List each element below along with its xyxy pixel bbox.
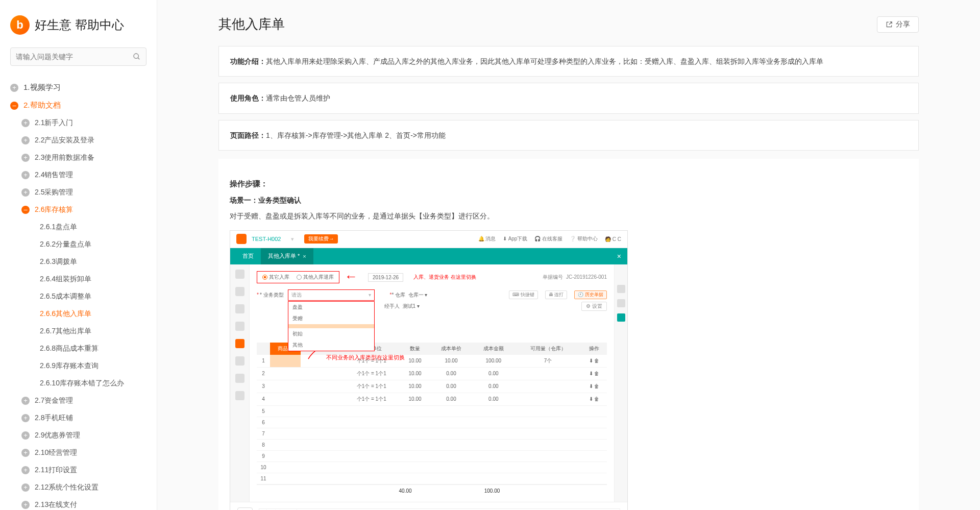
plus-icon: +	[21, 119, 30, 127]
plus-icon: +	[21, 414, 30, 422]
remark-label-icon: 📄备注信息	[237, 507, 253, 510]
anno-arrow-icon: ←	[345, 269, 358, 284]
search-box[interactable]	[10, 47, 146, 66]
plus-icon: +	[21, 154, 30, 162]
app-logo-icon	[236, 234, 247, 244]
nav-2-9[interactable]: +2.9优惠券管理	[10, 427, 146, 444]
nav-2-6-8[interactable]: 2.6.8商品成本重算	[10, 340, 146, 357]
chip-shortcut: ⌨ 快捷键	[509, 290, 538, 299]
tab-home: 首页	[235, 248, 261, 264]
top-msg: 🔔 消息	[478, 235, 496, 242]
rail-icon-active	[235, 339, 244, 348]
rail-icon	[235, 304, 244, 313]
rail-icon	[235, 391, 244, 400]
nav-help-docs[interactable]: –2.帮助文档	[10, 96, 146, 114]
steps-heading: 操作步骤：	[230, 179, 919, 189]
renew-pill: 我要续费→	[304, 234, 338, 244]
nav-2-6-1[interactable]: 2.6.1盘点单	[10, 218, 146, 236]
nav-2-6-4[interactable]: 2.6.4组装拆卸单	[10, 271, 146, 288]
nav-video-learning[interactable]: +1.视频学习	[10, 79, 146, 96]
logo: b 好生意 帮助中心	[10, 15, 146, 35]
plus-icon: +	[21, 501, 30, 509]
rail-right-icon	[617, 285, 625, 293]
nav-2-7[interactable]: +2.7资金管理	[10, 392, 146, 409]
plus-icon: +	[21, 449, 30, 457]
top-service: 🎧 在线客服	[534, 235, 562, 242]
main-content: 其他入库单 分享 功能介绍：其他入库单用来处理除采购入库、产成品入库之外的其他入…	[157, 0, 980, 510]
info-role: 使用角色：通常由仓管人员维护	[218, 83, 919, 113]
nav-2-6-3[interactable]: 2.6.3调拨单	[10, 253, 146, 271]
nav-2-6[interactable]: –2.6库存核算	[10, 201, 146, 218]
rail-icon	[235, 322, 244, 331]
plus-icon: +	[21, 188, 30, 197]
tab-doc: 其他入库单 *×	[261, 248, 313, 264]
sidebar: b 好生意 帮助中心 +1.视频学习 –2.帮助文档 +2.1新手入门 +2.2…	[0, 0, 157, 510]
nav-tree: +1.视频学习 –2.帮助文档 +2.1新手入门 +2.2产品安装及登录 +2.…	[10, 79, 146, 510]
rail-right-icon	[617, 313, 625, 322]
test-code: TEST-H002	[252, 236, 281, 242]
rail-icon	[235, 356, 244, 366]
scene1-desc: 对于受赠、盘盈或是拆装入库等不同的业务，是通过单据头【业务类型】进行区分。	[230, 209, 919, 223]
info-function: 功能介绍：其他入库单用来处理除采购入库、产成品入库之外的其他入库业务，因此其他入…	[218, 46, 919, 77]
logo-text: 好生意 帮助中心	[35, 17, 124, 33]
plus-icon: +	[21, 466, 30, 474]
rail-icon	[235, 374, 244, 383]
nav-2-10[interactable]: +2.10经营管理	[10, 444, 146, 462]
nav-2-12[interactable]: +2.12系统个性化设置	[10, 479, 146, 496]
scene1-title: 场景一：业务类型确认	[230, 196, 919, 205]
nav-2-2[interactable]: +2.2产品安装及登录	[10, 132, 146, 149]
chip-history: 🕘 历史单据	[574, 290, 607, 299]
nav-2-6-6[interactable]: 2.6.6其他入库单	[10, 305, 146, 323]
nav-2-13[interactable]: +2.13在线支付	[10, 496, 146, 510]
page-title: 其他入库单	[218, 15, 285, 33]
svg-line-1	[138, 58, 139, 59]
nav-2-6-7[interactable]: 2.6.7其他出库单	[10, 323, 146, 340]
rail-right-icon	[617, 299, 625, 307]
minus-icon: –	[21, 206, 30, 214]
plus-icon: +	[21, 397, 30, 405]
search-input[interactable]	[16, 53, 133, 61]
nav-2-6-5[interactable]: 2.6.5成本调整单	[10, 288, 146, 305]
radio-in: 其它入库	[262, 274, 289, 281]
plus-icon: +	[21, 431, 30, 440]
chip-print: 🖶 连打	[545, 290, 568, 299]
direction-radio-group: 其它入库 其他入库退库	[257, 271, 339, 283]
embedded-screenshot: TEST-H002 ▾ 我要续费→ 🔔 消息 ⬇ App下载 🎧 在线客服 ❔ …	[230, 230, 628, 510]
nav-2-6-10[interactable]: 2.6.10库存账本错了怎么办	[10, 375, 146, 392]
right-rail	[614, 264, 627, 502]
plus-icon: +	[21, 136, 30, 144]
share-button[interactable]: 分享	[877, 16, 919, 33]
nav-2-5[interactable]: +2.5采购管理	[10, 184, 146, 201]
biztype-dropdown: 请选▾ 盘盈 受赠 初始 其他	[288, 289, 375, 301]
nav-2-11[interactable]: +2.11打印设置	[10, 462, 146, 479]
items-table: 商品名 规格型号 库存单位 数量 成本单价 成本金额 可用量（仓库） 操作 1个…	[257, 343, 607, 484]
svg-point-0	[134, 54, 138, 58]
nav-2-1[interactable]: +2.1新手入门	[10, 114, 146, 132]
top-help: ❔ 帮助中心	[570, 235, 598, 242]
nav-2-8[interactable]: +2.8手机旺铺	[10, 409, 146, 427]
top-avatar: 🧑 C C	[605, 236, 621, 242]
radio-return: 其他入库退库	[297, 274, 334, 281]
nav-2-3[interactable]: +2.3使用前数据准备	[10, 149, 146, 166]
plus-icon: +	[21, 171, 30, 179]
rail-icon	[235, 270, 244, 279]
plus-icon: +	[21, 483, 30, 492]
rail-icon	[235, 287, 244, 296]
share-icon	[886, 21, 893, 28]
top-download: ⬇ App下载	[503, 235, 527, 242]
search-icon	[133, 53, 141, 61]
date-field: 2019-12-26	[368, 273, 403, 282]
minus-icon: –	[10, 102, 18, 110]
logo-icon: b	[10, 15, 30, 35]
anno1-text: 入库、退货业务 在这里切换	[413, 274, 476, 281]
left-rail	[230, 264, 250, 502]
settings-button: ⚙ 设置	[581, 302, 607, 311]
nav-2-4[interactable]: +2.4销售管理	[10, 166, 146, 184]
info-path: 页面路径：1、库存核算->库存管理->其他入库单 2、首页->常用功能	[218, 120, 919, 151]
biztype-options: 盘盈 受赠 初始 其他	[288, 301, 375, 351]
nav-2-6-9[interactable]: 2.6.9库存账本查询	[10, 357, 146, 375]
nav-2-6-2[interactable]: 2.6.2分量盘点单	[10, 236, 146, 253]
anno2-text: 不同业务的入库类型在这里切换	[326, 354, 405, 361]
plus-icon: +	[10, 84, 18, 92]
